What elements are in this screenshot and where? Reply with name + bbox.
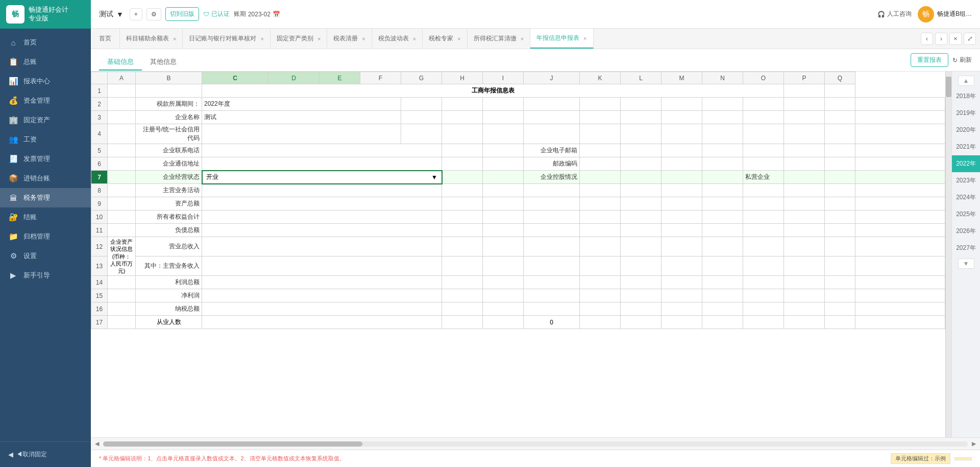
cell-8n[interactable]	[702, 184, 743, 197]
sub-tab-basic[interactable]: 基础信息	[99, 54, 142, 71]
tab-annual-report[interactable]: 年报信息申报表 ×	[530, 29, 593, 49]
cell-4j[interactable]	[524, 124, 580, 144]
tab-close-insp[interactable]: ×	[457, 36, 460, 42]
cell-16c[interactable]	[202, 302, 442, 316]
cell-15m[interactable]	[662, 289, 702, 302]
cell-8r[interactable]	[855, 184, 945, 197]
tab-expand[interactable]: ⤢	[964, 33, 976, 45]
cell-13i[interactable]	[483, 256, 524, 276]
cell-1q[interactable]	[784, 84, 825, 98]
cell-2l[interactable]	[621, 98, 662, 111]
cell-7m[interactable]	[662, 171, 702, 184]
cell-9o[interactable]	[743, 197, 784, 211]
cell-6r[interactable]	[855, 157, 945, 171]
cell-10p[interactable]	[784, 211, 825, 224]
user-menu[interactable]: 畅 畅捷通B组…	[918, 6, 972, 22]
cell-12o[interactable]	[743, 237, 784, 256]
year-item-2023[interactable]: 2023年	[952, 172, 980, 189]
cell-4a[interactable]	[108, 124, 136, 144]
year-item-2019[interactable]: 2019年	[952, 105, 980, 122]
col-header-d[interactable]: D	[268, 72, 320, 84]
cell-14a[interactable]	[108, 276, 136, 289]
col-header-h[interactable]: H	[442, 72, 483, 84]
cell-16i[interactable]	[483, 302, 524, 316]
cell-4q[interactable]	[825, 124, 855, 144]
cell-10r[interactable]	[855, 211, 945, 224]
cell-7a[interactable]	[108, 171, 136, 184]
cell-5o[interactable]	[743, 144, 784, 157]
cell-9a[interactable]	[108, 197, 136, 211]
tab-close-all[interactable]: ×	[949, 33, 962, 45]
col-header-q[interactable]: Q	[825, 72, 855, 84]
cell-17p[interactable]	[784, 316, 825, 329]
cell-2i[interactable]	[483, 98, 524, 111]
col-header-g[interactable]: G	[401, 72, 442, 84]
cell-7b[interactable]: 企业经营状态	[136, 171, 202, 184]
tab-close-income[interactable]: ×	[521, 36, 524, 42]
year-item-2025[interactable]: 2025年	[952, 206, 980, 223]
cell-8h[interactable]	[442, 184, 483, 197]
cell-11q[interactable]	[825, 224, 855, 237]
cell-8j[interactable]	[524, 184, 580, 197]
cell-9m[interactable]	[662, 197, 702, 211]
cell-3b[interactable]: 企业名称	[136, 111, 202, 124]
year-item-2021[interactable]: 2021年	[952, 138, 980, 155]
cell-9c[interactable]	[202, 197, 442, 211]
cell-11c[interactable]	[202, 224, 442, 237]
horizontal-scrollbar[interactable]	[103, 441, 968, 447]
cell-9q[interactable]	[825, 197, 855, 211]
cell-14j[interactable]	[524, 276, 580, 289]
cell-4p[interactable]	[784, 124, 825, 144]
tab-close-annual[interactable]: ×	[583, 35, 586, 41]
cell-8m[interactable]	[662, 184, 702, 197]
cell-3g[interactable]	[401, 111, 442, 124]
cell-5j[interactable]: 企业电子邮箱	[524, 144, 580, 157]
sidebar-item-guide[interactable]: ▶ 新手引导	[0, 266, 91, 285]
cell-12a-merged[interactable]: 企业资产状况信息(币种：人民币万元)	[108, 237, 136, 276]
cell-3o[interactable]	[743, 111, 784, 124]
cell-6m[interactable]	[662, 157, 702, 171]
cell-10q[interactable]	[825, 211, 855, 224]
cell-8o[interactable]	[743, 184, 784, 197]
cell-5k[interactable]	[580, 144, 621, 157]
cell-12l[interactable]	[621, 237, 662, 256]
cell-16r[interactable]	[855, 302, 945, 316]
col-header-l[interactable]: L	[621, 72, 662, 84]
cell-2a[interactable]	[108, 98, 136, 111]
cell-1-title[interactable]: 工商年报信息表	[202, 84, 784, 98]
cell-1a[interactable]	[108, 84, 136, 98]
cancel-fixed-button[interactable]: ◀ ◀取消固定	[0, 446, 91, 463]
cell-2j[interactable]	[524, 98, 580, 111]
cell-6o[interactable]	[743, 157, 784, 171]
cell-6n[interactable]	[702, 157, 743, 171]
cell-2n[interactable]	[702, 98, 743, 111]
cell-14k[interactable]	[580, 276, 621, 289]
cell-10h[interactable]	[442, 211, 483, 224]
tab-close-fixed[interactable]: ×	[317, 36, 321, 42]
year-nav-down[interactable]: ▼	[958, 259, 974, 269]
cell-8q[interactable]	[825, 184, 855, 197]
cell-17j[interactable]: 0	[524, 316, 580, 329]
cell-6q[interactable]	[825, 157, 855, 171]
col-header-b[interactable]: B	[136, 72, 202, 84]
cell-11n[interactable]	[702, 224, 743, 237]
cell-3n[interactable]	[702, 111, 743, 124]
cell-9k[interactable]	[580, 197, 621, 211]
cell-3c[interactable]: 测试	[202, 111, 401, 124]
cell-11i[interactable]	[483, 224, 524, 237]
cell-17l[interactable]	[621, 316, 662, 329]
cell-13j[interactable]	[524, 256, 580, 276]
cell-15h[interactable]	[442, 289, 483, 302]
cell-3r[interactable]	[855, 111, 945, 124]
sidebar-item-reports[interactable]: 📊 报表中心	[0, 72, 91, 91]
cell-13c[interactable]	[202, 256, 442, 276]
cell-8k[interactable]	[580, 184, 621, 197]
cell-15p[interactable]	[784, 289, 825, 302]
cell-17r[interactable]	[855, 316, 945, 329]
old-version-button[interactable]: 切到旧版	[165, 7, 199, 21]
cell-14n[interactable]	[702, 276, 743, 289]
cell-12c[interactable]	[202, 237, 442, 256]
cell-8b[interactable]: 主营业务活动	[136, 184, 202, 197]
col-header-j[interactable]: J	[524, 72, 580, 84]
cell-13k[interactable]	[580, 256, 621, 276]
